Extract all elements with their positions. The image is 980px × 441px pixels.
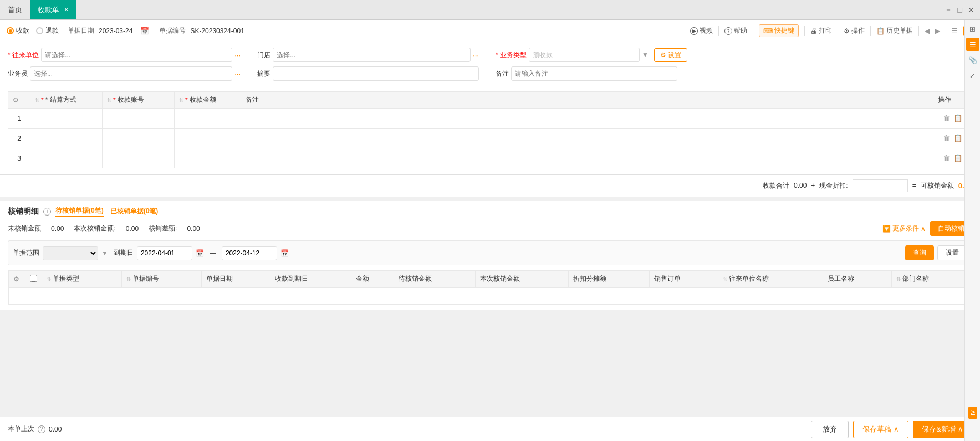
discount-input[interactable] <box>853 179 908 192</box>
tab-receipt-close[interactable]: ✕ <box>64 6 69 13</box>
th-action-label: 操作 <box>938 96 951 104</box>
date-to-input[interactable] <box>222 246 277 260</box>
date-picker-icon[interactable]: 📅 <box>140 27 149 35</box>
history-btn[interactable]: 📋 历史单据 <box>876 26 913 35</box>
unchecked-label: 未核销金额 <box>8 224 41 233</box>
business-type-arrow[interactable]: ▼ <box>642 51 649 59</box>
row-remark-3[interactable] <box>241 148 933 168</box>
draft-button[interactable]: 保存草稿 ∧ <box>853 421 908 438</box>
row-copy-icon-1[interactable]: 📋 <box>953 114 962 122</box>
writeoff-info-icon[interactable]: i <box>43 208 51 216</box>
tab-receipt-label: 收款单 <box>38 5 59 15</box>
print-btn[interactable]: 🖨 打印 <box>810 26 832 35</box>
counterpart-more-icon[interactable]: ··· <box>234 51 241 59</box>
video-btn[interactable]: ▶ 视频 <box>690 26 713 35</box>
row-remark-2[interactable] <box>241 129 933 148</box>
th-select-all[interactable] <box>25 271 42 288</box>
calendar-to-icon[interactable]: 📅 <box>280 249 289 257</box>
tab-pending[interactable]: 待核销单据(0笔) <box>55 206 104 217</box>
row-amount-1[interactable] <box>175 109 241 129</box>
row-settle-2[interactable] <box>30 129 103 148</box>
select-all-checkbox[interactable] <box>30 275 37 282</box>
row-copy-icon-3[interactable]: 📋 <box>953 154 962 162</box>
tab-receipt[interactable]: 收款单 ✕ <box>30 0 76 19</box>
operation-btn[interactable]: ⚙ 操作 <box>844 26 865 35</box>
tab-bar: 首页 收款单 ✕ － □ ✕ <box>0 0 980 20</box>
row-account-1[interactable] <box>103 109 175 129</box>
th-counterpart: ⇅ 往来单位名称 <box>718 271 823 288</box>
sidebar-list-icon[interactable]: ☰ <box>966 38 979 51</box>
row-account-3[interactable] <box>103 148 175 168</box>
equals-label: = <box>912 182 916 189</box>
row-account-2[interactable] <box>103 129 175 148</box>
save-new-label: 保存&新增 <box>922 424 956 434</box>
close-button[interactable]: ✕ <box>968 6 974 14</box>
nav-right-icon[interactable]: ▶ <box>935 27 940 35</box>
table-gear-icon[interactable]: ⚙ <box>13 96 19 104</box>
th-amount-label: 收款金额 <box>190 95 216 105</box>
more-conditions-btn[interactable]: 🔽 更多条件 ∧ <box>882 224 926 233</box>
save-new-button[interactable]: 保存&新增 ∧ <box>913 421 972 438</box>
remark-field: 备注 <box>496 66 972 81</box>
shortcut-btn[interactable]: ⌨ 快捷键 <box>759 24 799 37</box>
sidebar-attachment-icon[interactable]: 📎 <box>966 53 979 66</box>
settings-button[interactable]: ⚙ 设置 <box>654 48 687 62</box>
list-view-icon[interactable]: ☰ <box>952 27 958 35</box>
staff-more-icon[interactable]: ··· <box>234 70 241 78</box>
refund-radio-label: 退款 <box>45 26 59 35</box>
row-delete-icon-2[interactable]: 🗑 <box>943 134 950 142</box>
business-type-input[interactable] <box>529 48 640 62</box>
shop-more-icon[interactable]: ··· <box>473 51 479 59</box>
receipt-radio[interactable]: 收款 <box>7 26 29 35</box>
maximize-button[interactable]: □ <box>958 6 962 14</box>
query-btn[interactable]: 查询 <box>905 245 934 260</box>
row-amount-2[interactable] <box>175 129 241 148</box>
total-label: 收款合计 <box>763 181 789 191</box>
counterpart-input[interactable] <box>41 48 232 62</box>
divider4 <box>838 26 838 36</box>
ai-label[interactable]: Ai <box>968 407 977 419</box>
date-from-input[interactable] <box>137 246 192 260</box>
staff-input[interactable] <box>30 66 232 81</box>
help-icon: ? <box>724 27 732 35</box>
form-area: * 往来单位 ··· 门店 ··· * 业务类型 ▼ ⚙ 设置 业务员 ··· <box>0 42 980 91</box>
remark-input[interactable] <box>511 66 677 81</box>
print-label: 打印 <box>819 26 832 35</box>
nav-left-icon[interactable]: ◀ <box>925 27 930 35</box>
form-row-1: * 往来单位 ··· 门店 ··· * 业务类型 ▼ ⚙ 设置 <box>8 48 972 62</box>
summary-input[interactable] <box>273 66 479 81</box>
sort-number-icon: ⇅ <box>126 276 131 282</box>
shop-input[interactable] <box>273 48 471 62</box>
divider6 <box>918 26 919 36</box>
settings-icon: ⚙ <box>660 51 666 59</box>
divider7 <box>946 26 946 36</box>
sidebar-table-icon[interactable]: ⊞ <box>966 22 979 35</box>
calendar-from-icon[interactable]: 📅 <box>196 249 204 257</box>
row-settle-3[interactable] <box>30 148 103 168</box>
th-dept-label: 部门名称 <box>902 274 929 284</box>
row-remark-1[interactable] <box>241 109 933 129</box>
divider2 <box>753 26 753 36</box>
row-delete-icon-1[interactable]: 🗑 <box>943 114 950 122</box>
tab-bar-right: － □ ✕ <box>945 5 980 15</box>
help-btn[interactable]: ? 帮助 <box>724 26 747 35</box>
range-select[interactable] <box>43 246 98 260</box>
row-amount-3[interactable] <box>175 148 241 168</box>
abandon-button[interactable]: 放弃 <box>811 421 849 438</box>
search-settings-btn[interactable]: 设置 <box>937 245 967 260</box>
row-settle-1[interactable] <box>30 109 103 129</box>
refund-radio[interactable]: 退款 <box>36 26 59 35</box>
business-type-label: * 业务类型 <box>496 50 527 60</box>
th-remark: 备注 <box>241 92 933 109</box>
row-delete-icon-3[interactable]: 🗑 <box>943 154 950 162</box>
sidebar-expand-icon[interactable]: ⤢ <box>966 69 979 82</box>
row-copy-icon-2[interactable]: 📋 <box>953 134 962 142</box>
writeoff-table-container: ⚙ ⇅ 单据类型 ⇅ 单据编号 <box>8 270 972 305</box>
minimize-button[interactable]: － <box>945 5 952 15</box>
tab-done[interactable]: 已核销单据(0笔) <box>110 207 159 216</box>
last-order-info-icon[interactable]: ? <box>38 425 45 433</box>
tab-home[interactable]: 首页 <box>0 0 30 19</box>
gear-table-icon[interactable]: ⚙ <box>13 275 19 283</box>
counterpart-label: * 往来单位 <box>8 50 39 60</box>
th-gear[interactable]: ⚙ <box>8 92 30 109</box>
